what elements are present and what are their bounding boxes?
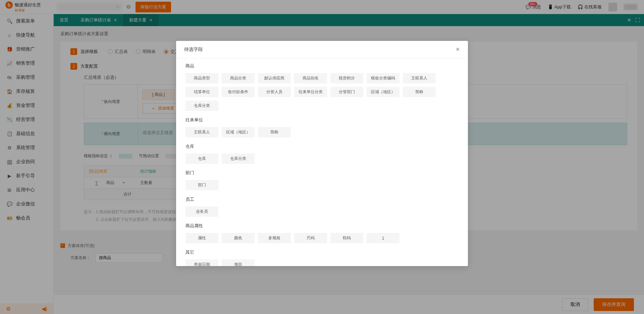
field-chip-5-3[interactable]: 尺码 (294, 233, 327, 243)
field-chip-0-7[interactable]: 结算单位 (185, 87, 218, 97)
field-chip-0-11[interactable]: 分管部门 (330, 87, 363, 97)
field-group-title-6: 其它 (185, 249, 459, 255)
field-chip-6-1[interactable]: 项目 (222, 259, 255, 266)
field-chip-0-10[interactable]: 往来单位分类 (294, 87, 327, 97)
field-group-title-0: 商品 (185, 63, 459, 69)
field-group-title-5: 商品属性 (185, 223, 459, 229)
field-chip-0-1[interactable]: 商品分类 (222, 73, 255, 83)
field-chip-0-9[interactable]: 分管人员 (258, 87, 291, 97)
field-chip-0-12[interactable]: 区域（地区） (367, 87, 399, 97)
modal-title: 待选字段 (184, 47, 203, 53)
field-chip-0-14[interactable]: 仓库分类 (185, 101, 218, 111)
field-chip-5-2[interactable]: 多规格 (258, 233, 291, 243)
field-chip-0-6[interactable]: 主联系人 (403, 73, 436, 83)
field-chip-5-0[interactable]: 属性 (185, 233, 218, 243)
field-chip-5-1[interactable]: 颜色 (222, 233, 255, 243)
field-chip-0-13[interactable]: 简称 (403, 87, 436, 97)
field-chip-6-0[interactable]: 单据日期 (185, 259, 218, 266)
field-group-1: 往来单位主联系人区域（地区）简称 (185, 117, 459, 137)
field-chip-0-5[interactable]: 税收分类编码 (367, 73, 399, 83)
field-chip-0-2[interactable]: 默认供应商 (258, 73, 291, 83)
field-group-4: 员工业务员 (185, 196, 459, 217)
field-group-title-1: 往来单位 (185, 117, 459, 123)
field-chip-1-1[interactable]: 区域（地区） (222, 127, 255, 137)
field-chip-5-4[interactable]: 鞋码 (330, 233, 363, 243)
field-selector-modal: 待选字段 ✕ 商品商品类型商品分类默认供应商商品别名拣货积分税收分类编码主联系人… (176, 41, 468, 266)
field-chip-0-0[interactable]: 商品类型 (185, 73, 218, 83)
field-chip-1-0[interactable]: 主联系人 (185, 127, 218, 137)
field-chip-2-1[interactable]: 仓库分类 (222, 153, 255, 164)
field-group-2: 仓库仓库仓库分类 (185, 143, 459, 164)
field-group-title-3: 部门 (185, 170, 459, 176)
field-group-3: 部门部门 (185, 170, 459, 190)
field-group-title-4: 员工 (185, 196, 459, 202)
field-group-5: 商品属性属性颜色多规格尺码鞋码1 (185, 223, 459, 243)
field-chip-5-5[interactable]: 1 (367, 233, 399, 243)
field-group-6: 其它单据日期项目 (185, 249, 459, 266)
field-chip-2-0[interactable]: 仓库 (185, 153, 218, 164)
field-group-0: 商品商品类型商品分类默认供应商商品别名拣货积分税收分类编码主联系人结算单位收付款… (185, 63, 459, 111)
modal-close-button[interactable]: ✕ (455, 46, 460, 53)
field-chip-0-3[interactable]: 商品别名 (294, 73, 327, 83)
field-chip-4-0[interactable]: 业务员 (185, 206, 218, 217)
field-chip-1-2[interactable]: 简称 (258, 127, 291, 137)
field-chip-3-0[interactable]: 部门 (185, 180, 218, 190)
field-group-title-2: 仓库 (185, 143, 459, 149)
field-chip-0-8[interactable]: 收付款条件 (222, 87, 255, 97)
field-chip-0-4[interactable]: 拣货积分 (330, 73, 363, 83)
